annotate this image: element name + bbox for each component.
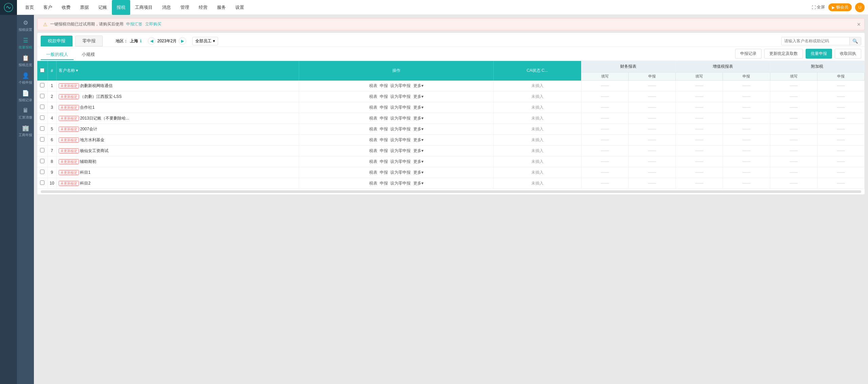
row-checkbox-2[interactable] <box>40 94 44 98</box>
tax-form-link-5[interactable]: 税表 <box>369 127 377 131</box>
tax-form-link-6[interactable]: 税表 <box>369 137 377 142</box>
set-zero-link-9[interactable]: 设为零申报 <box>390 170 411 175</box>
more-link-6[interactable]: 更多▾ <box>413 137 423 142</box>
tax-form-link-2[interactable]: 税表 <box>369 94 377 99</box>
update-button[interactable]: 更新统定及取数 <box>764 49 803 59</box>
user-avatar[interactable]: U <box>855 3 865 12</box>
sidebar-item-tax-overview[interactable]: 📋 报税总览 <box>17 52 34 69</box>
sidebar-item-tax-settings[interactable]: ⚙ 报税设置 <box>17 17 34 34</box>
row-checkbox-8[interactable] <box>40 159 44 163</box>
row-checkbox-4[interactable] <box>40 115 44 120</box>
banner-close-button[interactable]: ✕ <box>857 22 861 27</box>
nav-item-manage[interactable]: 管理 <box>176 0 194 15</box>
tax-form-link-7[interactable]: 税表 <box>369 148 377 153</box>
select-all-checkbox[interactable] <box>40 68 44 72</box>
set-zero-link-3[interactable]: 设为零申报 <box>390 105 411 110</box>
set-zero-link-2[interactable]: 设为零申报 <box>390 94 411 99</box>
table-row: 5 未更新核定 2007会计 税表 申报 设为零申报 更多▾ <box>37 124 865 134</box>
report-link-9[interactable]: 申报 <box>380 170 388 175</box>
set-zero-link-10[interactable]: 设为零申报 <box>390 181 411 186</box>
nav-item-bookkeeping[interactable]: 记账 <box>94 0 112 15</box>
tax-form-link-4[interactable]: 税表 <box>369 116 377 121</box>
report-link-10[interactable]: 申报 <box>380 181 388 186</box>
set-zero-link-5[interactable]: 设为零申报 <box>390 127 411 131</box>
more-link-7[interactable]: 更多▾ <box>413 148 423 153</box>
tax-form-link-8[interactable]: 税表 <box>369 159 377 164</box>
more-link-8[interactable]: 更多▾ <box>413 159 423 164</box>
report-link-4[interactable]: 申报 <box>380 116 388 121</box>
table-row: 4 未更新核定 2013日记账（不要删除哈... 税表 申报 设为零申报 更多▾ <box>37 113 865 124</box>
banner-link-report[interactable]: 申报汇签 <box>126 21 142 27</box>
report-link-5[interactable]: 申报 <box>380 127 388 131</box>
more-link-5[interactable]: 更多▾ <box>413 127 423 131</box>
search-input[interactable] <box>782 37 849 45</box>
tax-form-link-9[interactable]: 税表 <box>369 170 377 175</box>
report-link-7[interactable]: 申报 <box>380 148 388 153</box>
tab-tax-declare[interactable]: 税款申报 <box>41 36 73 46</box>
nav-item-home[interactable]: 首页 <box>20 0 39 15</box>
tax-report-1: —— <box>742 83 750 88</box>
row-checkbox-5[interactable] <box>40 126 44 131</box>
sidebar-item-batch-tax[interactable]: ☰ 批量报税 <box>17 34 34 52</box>
prev-month-button[interactable]: ◀ <box>148 37 155 45</box>
tax-form-link-10[interactable]: 税表 <box>369 181 377 186</box>
table-row: 8 未更新核定 辅助期初 税表 申报 设为零申报 更多▾ <box>37 156 865 167</box>
set-zero-link-1[interactable]: 设为零申报 <box>390 83 411 88</box>
set-zero-link-8[interactable]: 设为零申报 <box>390 159 411 164</box>
tab-general-taxpayer[interactable]: 一般的税人 <box>41 50 74 60</box>
nav-item-settings[interactable]: 设置 <box>231 0 249 15</box>
row-checkbox-10[interactable] <box>40 180 44 185</box>
dept-select[interactable]: 全部员工 ▾ <box>192 37 218 45</box>
record-button[interactable]: 申报记录 <box>735 49 762 59</box>
batch-report-button[interactable]: 批量申报 <box>806 49 832 59</box>
tax-form-link-1[interactable]: 税表 <box>369 83 377 88</box>
more-link-9[interactable]: 更多▾ <box>413 170 423 175</box>
row-checkbox-9[interactable] <box>40 170 44 174</box>
set-zero-link-6[interactable]: 设为零申报 <box>390 137 411 142</box>
report-link-3[interactable]: 申报 <box>380 105 388 110</box>
row-checkbox-3[interactable] <box>40 105 44 109</box>
row-checkbox-6[interactable] <box>40 137 44 142</box>
more-link-10[interactable]: 更多▾ <box>413 181 423 186</box>
nav-item-client[interactable]: 客户 <box>39 0 57 15</box>
more-link-2[interactable]: 更多▾ <box>413 94 423 99</box>
row-checkbox-7[interactable] <box>40 148 44 152</box>
next-month-button[interactable]: ▶ <box>179 37 186 45</box>
tax-settings-icon: ⚙ <box>23 19 28 26</box>
report-link-1[interactable]: 申报 <box>380 83 388 88</box>
set-zero-link-7[interactable]: 设为零申报 <box>390 148 411 153</box>
sidebar-item-tax-record[interactable]: 📄 报税记录 <box>17 87 34 105</box>
nav-item-operation[interactable]: 经营 <box>194 0 212 15</box>
tab-small-scale[interactable]: 小规模 <box>76 50 100 60</box>
report-link-6[interactable]: 申报 <box>380 137 388 142</box>
report-link-2[interactable]: 申报 <box>380 94 388 99</box>
more-link-3[interactable]: 更多▾ <box>413 105 423 110</box>
set-zero-link-4[interactable]: 设为零申报 <box>390 116 411 121</box>
search-button[interactable]: 🔍 <box>849 37 861 45</box>
sidebar-item-annual-settle[interactable]: 🖩 汇算清缴 <box>17 105 34 122</box>
member-button[interactable]: ▶ 畅会员 <box>828 3 852 11</box>
retrieve-button[interactable]: 收取回执 <box>835 49 861 59</box>
fullscreen-button[interactable]: ⛶ 全屏 <box>812 4 825 10</box>
horizontal-scrollbar[interactable] <box>41 190 861 193</box>
more-link-1[interactable]: 更多▾ <box>413 83 423 88</box>
nav-item-message[interactable]: 消息 <box>157 0 176 15</box>
info-icon[interactable]: ℹ <box>140 39 142 43</box>
sidebar-item-personal-tax[interactable]: 👤 个税申报 <box>17 69 34 87</box>
banner-link-buy[interactable]: 立即购买 <box>145 21 161 27</box>
more-link-4[interactable]: 更多▾ <box>413 116 423 121</box>
table-row: 7 未更新核定 杨仙女工资商试 税表 申报 设为零申报 更多▾ <box>37 145 865 156</box>
not-verified-tag-9: 未更新核定 <box>59 170 79 175</box>
nav-item-billing[interactable]: 收费 <box>57 0 75 15</box>
tax-form-link-3[interactable]: 税表 <box>369 105 377 110</box>
tab-zero-declare[interactable]: 零申报 <box>75 36 103 46</box>
nav-item-invoice[interactable]: 票据 <box>75 0 94 15</box>
row-checkbox-1[interactable] <box>40 83 44 87</box>
nav-item-tax[interactable]: 报税 <box>112 0 130 15</box>
sidebar-item-annual-report[interactable]: 🏢 工商年报 <box>17 122 34 140</box>
nav-item-service[interactable]: 服务 <box>212 0 231 15</box>
report-link-8[interactable]: 申报 <box>380 159 388 164</box>
nav-item-business[interactable]: 工商项目 <box>130 0 157 15</box>
th-ca-status: CA状态 C... <box>493 61 581 81</box>
sort-icon[interactable]: ▾ <box>76 68 78 73</box>
